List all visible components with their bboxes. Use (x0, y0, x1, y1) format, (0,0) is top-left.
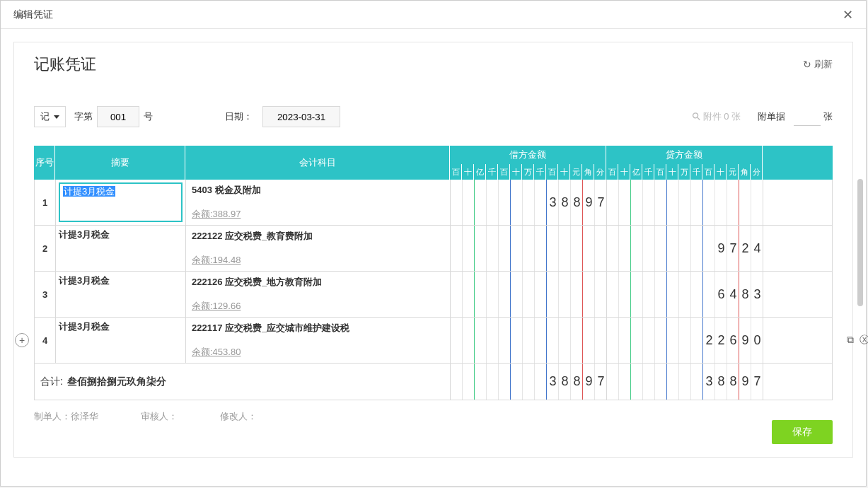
voucher-number-input[interactable] (97, 106, 139, 127)
summary-cell[interactable]: 计提3月税金 (56, 226, 186, 271)
table-row: 1计提3月税金5403 税金及附加余额:388.9738897 (34, 180, 833, 226)
debit-amount-cell[interactable] (451, 272, 607, 317)
auditor-label: 审核人： (141, 411, 178, 422)
refresh-icon: ↻ (803, 59, 811, 70)
total-row: 合计: 叁佰捌拾捌元玖角柒分 38897 38897 (34, 364, 833, 400)
paperclip-icon: ⚲ (689, 110, 704, 124)
total-words: 叁佰捌拾捌元玖角柒分 (67, 376, 166, 388)
subject-balance: 余额:453.80 (192, 346, 444, 359)
scrollbar[interactable] (857, 179, 863, 391)
table-row: 2计提3月税金222122 应交税费_教育费附加余额:194.489724 (34, 226, 833, 272)
summary-input[interactable]: 计提3月税金 (59, 182, 183, 222)
close-icon[interactable]: ✕ (843, 7, 853, 23)
debit-digit-headers: 百十亿千百十万千百十元角分 (450, 164, 606, 180)
fudanju-input[interactable] (794, 108, 821, 126)
col-summary-header: 摘要 (55, 146, 185, 180)
debit-amount-cell[interactable] (451, 318, 607, 363)
page-title: 记账凭证 (34, 54, 96, 75)
dialog-header: 编辑凭证 ✕ (1, 1, 866, 29)
date-input[interactable] (262, 106, 340, 127)
save-button[interactable]: 保存 (772, 420, 833, 444)
row-index: 2 (35, 226, 56, 271)
summary-cell[interactable]: 计提3月税金 (56, 272, 186, 317)
refresh-button[interactable]: ↻ 刷新 (803, 58, 833, 71)
subject-cell[interactable]: 222122 应交税费_教育费附加余额:194.48 (186, 226, 451, 271)
attachment-link[interactable]: ⚲ 附件 0 张 (693, 110, 741, 123)
col-debit-header: 借方金额 (450, 146, 606, 164)
subject-name: 222117 应交税费_应交城市维护建设税 (192, 322, 444, 335)
subject-cell[interactable]: 5403 税金及附加余额:388.97 (186, 180, 451, 225)
modifier-label: 修改人： (220, 411, 257, 422)
voucher-type-select[interactable]: 记 (34, 106, 66, 127)
subject-balance: 余额:129.66 (192, 300, 444, 313)
total-debit-amount: 38897 (451, 364, 607, 400)
credit-amount-cell[interactable]: 6483 (607, 272, 763, 317)
scrollbar-thumb[interactable] (857, 179, 863, 306)
debit-amount-cell[interactable]: 38897 (451, 180, 607, 225)
hao-label: 号 (144, 110, 153, 123)
row-index: 1 (35, 180, 56, 225)
col-subject-header: 会计科目 (185, 146, 450, 180)
zidi-label: 字第 (74, 110, 93, 123)
subject-cell[interactable]: 222117 应交税费_应交城市维护建设税余额:453.80 (186, 318, 451, 363)
total-credit-amount: 38897 (607, 364, 763, 400)
voucher-toolbar: 记 字第 号 日期： ⚲ 附件 0 张 附单据 张 (34, 106, 833, 127)
summary-cell[interactable]: 计提3月税金 (56, 180, 186, 225)
credit-amount-cell[interactable] (607, 180, 763, 225)
subject-name: 5403 税金及附加 (192, 184, 444, 197)
maker-value: 徐泽华 (71, 411, 98, 422)
subject-balance: 余额:388.97 (192, 208, 444, 221)
total-label: 合计: (40, 376, 63, 388)
chevron-down-icon (54, 115, 59, 119)
summary-cell[interactable]: 计提3月税金 (56, 318, 186, 363)
insert-row-icon[interactable]: ⧉ (846, 333, 855, 347)
footer-meta: 制单人：徐泽华 审核人： 修改人： (34, 410, 833, 423)
table-row: 3计提3月税金222126 应交税费_地方教育附加余额:129.666483 (34, 272, 833, 318)
date-label: 日期： (225, 110, 253, 123)
credit-amount-cell[interactable]: 22690 (607, 318, 763, 363)
col-index-header: 序号 (34, 146, 55, 180)
subject-name: 222126 应交税费_地方教育附加 (192, 276, 444, 289)
voucher-type-label: 记 (40, 110, 50, 123)
credit-digit-headers: 百十亿千百十万千百十元角分 (606, 164, 763, 180)
fudanju-label: 附单据 (758, 110, 785, 123)
refresh-label: 刷新 (814, 58, 833, 71)
credit-amount-cell[interactable]: 9724 (607, 226, 763, 271)
voucher-table: 序号 摘要 会计科目 借方金额 百十亿千百十万千百十元角分 贷方金额 百十亿千百… (34, 146, 833, 400)
subject-balance: 余额:194.48 (192, 254, 444, 267)
row-index: 4 (35, 318, 56, 363)
dialog-title: 编辑凭证 (13, 8, 53, 21)
debit-amount-cell[interactable] (451, 226, 607, 271)
col-credit-header: 贷方金额 (606, 146, 763, 164)
subject-cell[interactable]: 222126 应交税费_地方教育附加余额:129.66 (186, 272, 451, 317)
maker-label: 制单人： (34, 411, 71, 422)
zhang-label: 张 (823, 110, 833, 123)
row-index: 3 (35, 272, 56, 317)
add-row-button[interactable]: + (15, 333, 29, 347)
attachment-label: 附件 0 张 (703, 110, 741, 123)
table-row: 4计提3月税金222117 应交税费_应交城市维护建设税余额:453.80226… (34, 318, 833, 364)
subject-name: 222122 应交税费_教育费附加 (192, 230, 444, 243)
